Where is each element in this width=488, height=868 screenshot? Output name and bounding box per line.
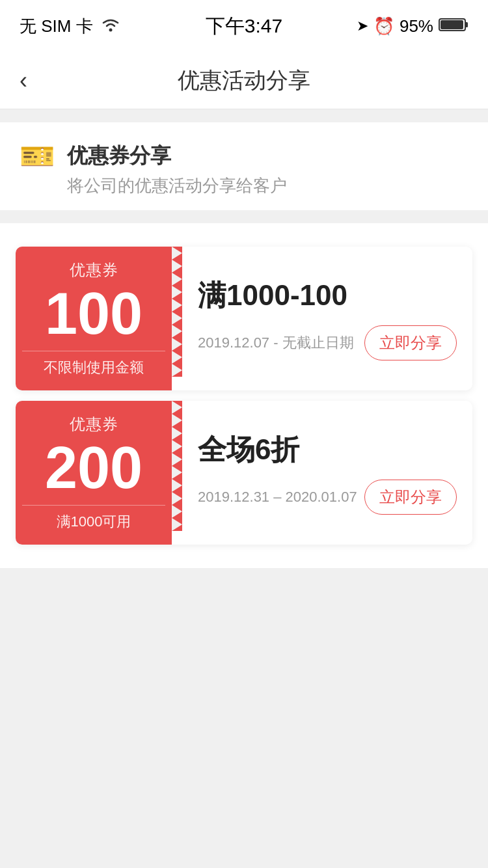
- svg-point-0: [109, 28, 112, 31]
- coupon-info-1: 满1000-100 2019.12.07 - 无截止日期 立即分享: [182, 247, 472, 390]
- coupon-card: 优惠券 100 不限制使用金额 满1000-100 2019.12.07 - 无…: [16, 247, 472, 390]
- location-icon: ➤: [357, 18, 368, 34]
- alarm-icon: ⏰: [373, 16, 394, 36]
- svg-rect-9: [172, 401, 182, 531]
- status-bar: 无 SIM 卡 下午3:47 ➤ ⏰ 95%: [0, 0, 488, 52]
- coupon-restriction-2: 满1000可用: [22, 505, 165, 532]
- status-right: ➤ ⏰ 95%: [357, 16, 468, 36]
- coupon-amount-2: 200: [45, 439, 142, 497]
- coupon-title-1: 满1000-100: [198, 277, 457, 315]
- coupon-list: 优惠券 100 不限制使用金额 满1000-100 2019.12.07 - 无…: [0, 223, 488, 568]
- share-button-1[interactable]: 立即分享: [364, 325, 457, 360]
- coupon-zigzag-1: [172, 247, 182, 377]
- battery-label: 95%: [400, 16, 433, 36]
- nav-bar: ‹ 优惠活动分享: [0, 52, 488, 109]
- coupon-date-1: 2019.12.07 - 无截止日期: [198, 333, 354, 353]
- coupon-title-2: 全场6折: [198, 431, 457, 469]
- coupon-meta-2: 2019.12.31 – 2020.01.07 立即分享: [198, 480, 457, 515]
- coupon-card-2: 优惠券 200 满1000可用 全场6折 2019.12.31 – 2020.0…: [16, 401, 472, 545]
- wifi-icon: [101, 16, 120, 36]
- coupon-stub-label-2: 优惠券: [70, 414, 118, 435]
- status-time: 下午3:47: [206, 13, 282, 40]
- section-title: 优惠券分享: [67, 142, 287, 170]
- back-button[interactable]: ‹: [20, 67, 27, 94]
- coupon-date-2: 2019.12.31 – 2020.01.07: [198, 489, 357, 506]
- coupon-meta-1: 2019.12.07 - 无截止日期 立即分享: [198, 325, 457, 360]
- section-icon: 🎫: [20, 142, 55, 170]
- svg-rect-3: [465, 22, 468, 27]
- coupon-zigzag-2: [172, 401, 182, 531]
- svg-rect-6: [172, 247, 182, 377]
- coupon-info-2: 全场6折 2019.12.31 – 2020.01.07 立即分享: [182, 401, 472, 545]
- section-subtitle: 将公司的优惠活动分享给客户: [67, 174, 287, 197]
- status-left: 无 SIM 卡: [20, 15, 120, 38]
- coupon-amount-1: 100: [45, 284, 142, 343]
- coupon-restriction-1: 不限制使用金额: [22, 351, 165, 377]
- share-button-2[interactable]: 立即分享: [364, 480, 457, 515]
- coupon-stub-1: 优惠券 100 不限制使用金额: [16, 247, 172, 390]
- coupon-stub-2: 优惠券 200 满1000可用: [16, 401, 172, 545]
- section-text: 优惠券分享 将公司的优惠活动分享给客户: [67, 142, 287, 197]
- svg-rect-2: [441, 20, 463, 29]
- coupon-stub-label-1: 优惠券: [70, 260, 118, 280]
- section-header: 🎫 优惠券分享 将公司的优惠活动分享给客户: [0, 122, 488, 210]
- battery-icon: [439, 16, 468, 36]
- page-background: [0, 568, 488, 868]
- page-title: 优惠活动分享: [178, 66, 310, 96]
- carrier-label: 无 SIM 卡: [20, 15, 93, 38]
